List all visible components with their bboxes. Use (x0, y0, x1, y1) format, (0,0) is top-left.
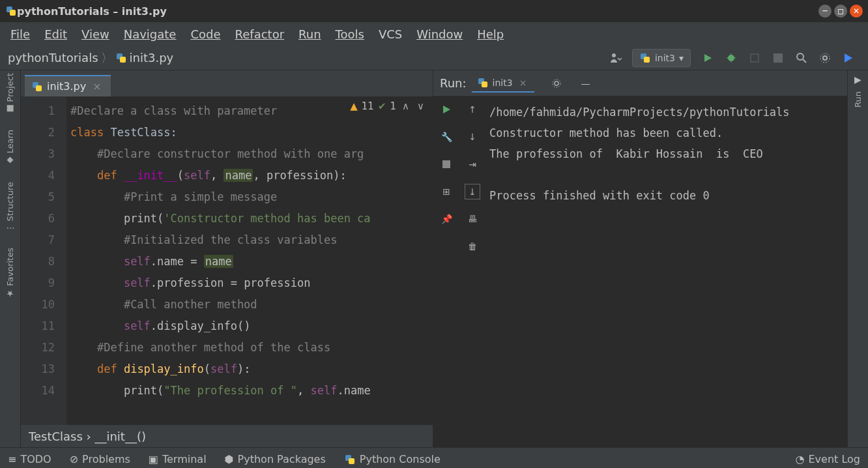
menu-code[interactable]: Code (184, 25, 227, 44)
svg-point-6 (797, 53, 803, 60)
menu-edit[interactable]: Edit (38, 25, 74, 44)
rerun-icon[interactable] (439, 102, 454, 117)
editor-tabs: init3.py × (21, 70, 433, 96)
title-bar: pythonTutorials – init3.py ─ ◻ ✕ (0, 0, 868, 22)
python-icon (639, 52, 651, 64)
minimize-button[interactable]: ─ (818, 5, 832, 18)
settings-icon[interactable] (816, 49, 834, 67)
play-services-icon[interactable] (839, 49, 858, 67)
tool-console[interactable]: Python Console (344, 453, 441, 465)
debug-button[interactable] (722, 49, 740, 67)
console-output[interactable]: /home/fahmida/PycharmProjects/pythonTuto… (485, 96, 847, 447)
tool-problems[interactable]: ⊘ Problems (70, 453, 130, 465)
python-icon (115, 52, 127, 64)
wrench-icon[interactable]: 🔧 (439, 129, 454, 145)
stop-button[interactable] (769, 49, 787, 67)
tool-terminal[interactable]: ▣ Terminal (149, 453, 207, 465)
svg-point-11 (553, 80, 560, 87)
code-area[interactable]: #Declare a class with parameter class Te… (66, 96, 433, 425)
stop-icon[interactable] (439, 156, 454, 172)
breadcrumb-file[interactable]: init3.py (130, 51, 174, 65)
next-highlight-icon[interactable]: ∨ (415, 100, 426, 112)
toolbar: pythonTutorials 〉 init3.py init3 ▾ (0, 46, 868, 70)
tool-todo[interactable]: ≡ TODO (8, 453, 51, 465)
dropdown-icon: ▾ (679, 53, 684, 63)
menu-navigate[interactable]: Navigate (117, 25, 183, 44)
user-icon[interactable] (606, 49, 624, 67)
prev-highlight-icon[interactable]: ∧ (400, 100, 411, 112)
layout-icon[interactable]: ⊞ (439, 184, 454, 199)
scroll-end-icon[interactable]: ⤓ (465, 184, 480, 199)
inspection-bar[interactable]: ▲11 ✔1 ∧ ∨ (347, 99, 429, 113)
bottom-tool-bar: ≡ TODO ⊘ Problems ▣ Terminal ⬢ Python Pa… (0, 447, 868, 468)
rail-favorites[interactable]: ★ Favorites (5, 248, 15, 299)
rail-project[interactable]: ■ Project (5, 73, 15, 114)
rail-learn[interactable]: ◆ Learn (5, 130, 15, 166)
menu-bar: File Edit View Navigate Code Refactor Ru… (0, 22, 868, 46)
close-button[interactable]: ✕ (850, 5, 863, 18)
run-title: Run: (440, 76, 467, 90)
svg-line-7 (803, 59, 806, 63)
run-body: 🔧 ⊞ 📌 ↑ ↓ ⇥ ⤓ 🖶 🗑 /home/fahmida/PycharmP… (433, 96, 847, 447)
editor-panel: init3.py × ▲11 ✔1 ∧ ∨ 1 2 3 4 5 6 7 💡8 9 (21, 70, 433, 447)
menu-file[interactable]: File (4, 25, 36, 44)
python-icon (31, 81, 43, 93)
rail-structure[interactable]: ⋮ Structure (5, 182, 15, 232)
print-icon[interactable]: 🖶 (465, 211, 480, 227)
warning-icon: ▲ (350, 100, 358, 112)
main-area: ■ Project ◆ Learn ⋮ Structure ★ Favorite… (0, 70, 868, 447)
breadcrumb-sep: 〉 (101, 50, 113, 66)
python-icon (477, 77, 489, 89)
run-button[interactable] (699, 49, 717, 67)
menu-help[interactable]: Help (470, 25, 510, 44)
right-tool-rail: ▶ Run (847, 70, 868, 447)
code-breadcrumbs[interactable]: TestClass › __init__() (21, 425, 433, 447)
gutter[interactable]: 1 2 3 4 5 6 7 💡8 9 10 11 12 13 14 (21, 96, 66, 425)
svg-point-9 (820, 53, 830, 63)
run-header: Run: init3 × — (433, 70, 847, 96)
editor-tab-init3[interactable]: init3.py × (25, 75, 111, 96)
run-actions-col2: ↑ ↓ ⇥ ⤓ 🖶 🗑 (459, 96, 485, 447)
search-icon[interactable] (792, 49, 811, 67)
editor-body[interactable]: ▲11 ✔1 ∧ ∨ 1 2 3 4 5 6 7 💡8 9 10 11 12 1… (21, 96, 433, 425)
event-log[interactable]: ◔ Event Log (796, 453, 860, 465)
breadcrumb-project[interactable]: pythonTutorials (8, 51, 98, 65)
rail-expand-icon[interactable]: ▶ (854, 74, 861, 85)
tool-packages[interactable]: ⬢ Python Packages (225, 453, 326, 465)
svg-point-10 (555, 81, 558, 85)
window-title: pythonTutorials – init3.py (17, 5, 167, 18)
run-panel: Run: init3 × — 🔧 ⊞ 📌 ↑ ↓ ⇥ ⤓ (433, 70, 847, 447)
wrap-icon[interactable]: ⇥ (465, 156, 480, 172)
svg-point-8 (823, 56, 827, 60)
run-config-selector[interactable]: init3 ▾ (632, 49, 691, 67)
up-icon[interactable]: ↑ (465, 102, 480, 117)
python-icon (5, 5, 17, 17)
menu-refactor[interactable]: Refactor (229, 25, 291, 44)
coverage-button[interactable] (745, 49, 764, 67)
maximize-button[interactable]: ◻ (834, 5, 847, 18)
ok-icon: ✔ (378, 100, 386, 112)
close-tab-icon[interactable]: × (90, 80, 104, 93)
pin-icon[interactable]: 📌 (439, 211, 454, 227)
left-tool-rail: ■ Project ◆ Learn ⋮ Structure ★ Favorite… (0, 70, 21, 447)
run-tab[interactable]: init3 × (472, 74, 535, 93)
menu-run[interactable]: Run (292, 25, 328, 44)
svg-rect-12 (442, 160, 450, 168)
menu-view[interactable]: View (75, 25, 116, 44)
menu-vcs[interactable]: VCS (372, 25, 409, 44)
svg-rect-4 (751, 54, 759, 62)
trash-icon[interactable]: 🗑 (465, 239, 480, 254)
tab-label: init3.py (47, 80, 86, 93)
close-run-tab-icon[interactable]: × (517, 78, 530, 88)
run-actions-col1: 🔧 ⊞ 📌 (433, 96, 459, 447)
menu-tools[interactable]: Tools (329, 25, 371, 44)
menu-window[interactable]: Window (410, 25, 469, 44)
down-icon[interactable]: ↓ (465, 129, 480, 145)
svg-point-0 (612, 53, 616, 57)
run-config-name: init3 (655, 53, 675, 63)
svg-rect-5 (774, 53, 783, 63)
breadcrumb: pythonTutorials 〉 init3.py (8, 50, 173, 66)
minimize-tool-icon[interactable]: — (576, 74, 594, 93)
rail-run[interactable]: Run (853, 91, 863, 108)
run-settings-icon[interactable] (547, 74, 566, 93)
